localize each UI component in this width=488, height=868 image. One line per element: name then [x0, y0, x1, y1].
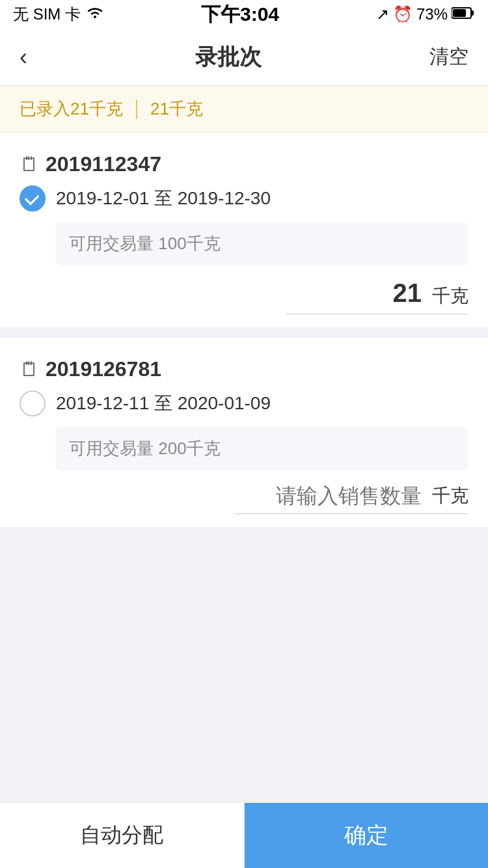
date-row-2[interactable]: 2019-12-11 至 2020-01-09: [20, 390, 468, 416]
back-button[interactable]: ‹: [20, 44, 27, 71]
date-row-1[interactable]: 2019-12-01 至 2019-12-30: [20, 185, 468, 211]
quantity-unit-1: 千克: [432, 284, 468, 308]
quantity-divider-1: [286, 314, 468, 314]
bottom-bar: 自动分配 确定: [0, 803, 488, 868]
empty-area: [0, 537, 488, 785]
card-gap-1: [0, 327, 488, 338]
input-divider-2: [234, 513, 468, 514]
batch-id-row-1: 🗒 2019112347: [20, 152, 468, 176]
page-title: 录批次: [195, 42, 262, 72]
location-icon: ↗: [376, 5, 389, 23]
summary-recorded: 已录入21千克: [20, 98, 123, 120]
batch-card-2: 🗒 2019126781 2019-12-11 至 2020-01-09 可用交…: [0, 338, 488, 527]
status-bar: 无 SIM 卡 下午3:04 ↗ ⏰ 73%: [0, 0, 488, 29]
quantity-value-1: 21: [393, 278, 422, 308]
batch-card-1: 🗒 2019112347 2019-12-01 至 2019-12-30 可用交…: [0, 133, 488, 327]
summary-value: 21千克: [150, 98, 203, 120]
status-left: 无 SIM 卡: [13, 4, 104, 25]
quantity-input-2[interactable]: [239, 484, 422, 508]
availability-2: 可用交易量 200千克: [56, 427, 468, 470]
svg-rect-1: [471, 10, 474, 16]
clear-button[interactable]: 清空: [429, 44, 468, 70]
nav-bar: ‹ 录批次 清空: [0, 29, 488, 86]
wifi-icon: [86, 5, 104, 23]
status-time: 下午3:04: [201, 1, 279, 28]
summary-bar: 已录入21千克 21千克: [0, 86, 488, 133]
auto-distribute-button[interactable]: 自动分配: [0, 803, 245, 868]
radio-1[interactable]: [20, 185, 46, 211]
card-gap-2: [0, 527, 488, 537]
availability-1: 可用交易量 100千克: [56, 222, 468, 265]
date-range-1: 2019-12-01 至 2019-12-30: [56, 186, 271, 211]
batch-id-row-2: 🗒 2019126781: [20, 357, 468, 381]
date-range-2: 2019-12-11 至 2020-01-09: [56, 391, 271, 416]
radio-2[interactable]: [20, 390, 46, 416]
status-right: ↗ ⏰ 73%: [376, 5, 475, 23]
alarm-icon: ⏰: [393, 5, 413, 23]
batch-doc-icon-1: 🗒: [20, 154, 39, 176]
batch-doc-icon-2: 🗒: [20, 359, 39, 381]
battery-text: 73%: [416, 5, 448, 23]
confirm-button[interactable]: 确定: [245, 803, 489, 868]
input-unit-2: 千克: [432, 483, 468, 508]
battery-icon: [452, 5, 475, 23]
main-content: 🗒 2019112347 2019-12-01 至 2019-12-30 可用交…: [0, 133, 488, 850]
batch-id-2: 2019126781: [46, 357, 161, 381]
sim-signal: 无 SIM 卡: [13, 4, 81, 25]
batch-id-1: 2019112347: [46, 152, 161, 176]
summary-divider: [136, 100, 137, 119]
svg-rect-2: [453, 9, 466, 17]
